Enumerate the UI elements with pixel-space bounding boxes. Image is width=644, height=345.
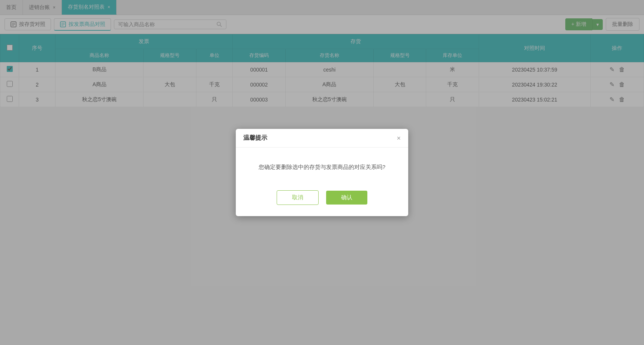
- modal-overlay: 温馨提示 × 您确定要删除选中的存货与发票商品的对应关系吗? 取消 确认: [0, 0, 644, 107]
